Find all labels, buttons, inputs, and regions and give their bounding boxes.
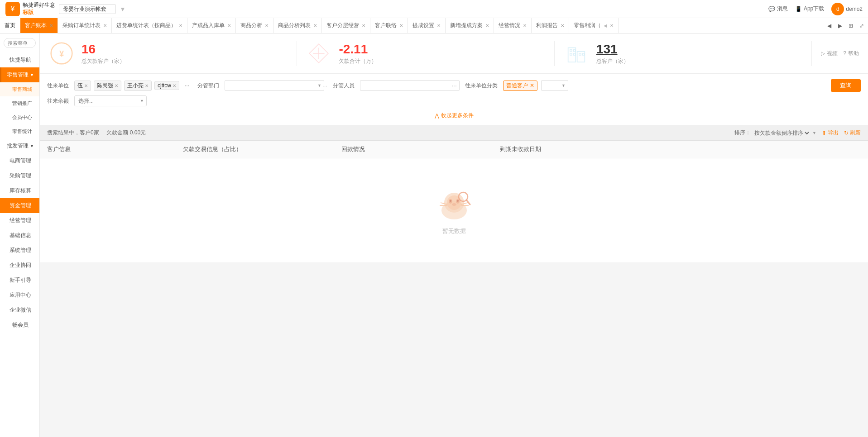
tab-close-icon[interactable]: ✕: [561, 23, 564, 28]
tab-product-stock[interactable]: 产成品入库单 ✕: [187, 18, 236, 33]
tab-new-raise[interactable]: 新增提成方案 ✕: [446, 18, 494, 33]
building-icon: [564, 41, 589, 66]
person-input[interactable]: [360, 80, 460, 91]
balance-select[interactable]: 选择...: [74, 95, 147, 106]
topbar-left: ¥ 畅捷通好生意 标版 母婴行业演示帐套 ▼: [5, 2, 126, 16]
sidebar-item-retail-stat[interactable]: 零售统计: [0, 124, 39, 138]
tab-purchase-stat[interactable]: 进货单统计表（按商品） ✕: [112, 18, 187, 33]
person-label: 分管人员: [333, 82, 355, 90]
video-button[interactable]: ▷ 视频: [821, 50, 838, 57]
tab-product-analysis-list[interactable]: 商品分析列表 ✕: [273, 18, 322, 33]
tab-close-icon[interactable]: ✕: [265, 23, 269, 28]
tab-close-icon[interactable]: ✕: [179, 23, 182, 28]
dept-select[interactable]: [225, 80, 324, 91]
tag-wang-close[interactable]: ✕: [145, 83, 149, 88]
sidebar-item-operation[interactable]: 经营管理: [0, 213, 39, 228]
export-button[interactable]: ⬆ 导出: [822, 129, 839, 137]
results-info: 搜索结果中，客户0家 欠款金额 0.00元: [47, 129, 146, 137]
sidebar-item-retail-mall[interactable]: 零售商城: [0, 82, 39, 96]
filter-row-1: 往来单位 伍 ✕ 陈民强 ✕ 王小亮 ✕ cjttcw: [47, 79, 861, 92]
sidebar-item-batch[interactable]: 批发管理 ▼: [0, 138, 39, 153]
demo-select[interactable]: 母婴行业演示帐套: [59, 4, 116, 14]
empty-text: 暂无数据: [442, 227, 466, 235]
sidebar-item-new-guide[interactable]: 新手引导: [0, 273, 39, 288]
tag-cj-close[interactable]: ✕: [173, 83, 176, 88]
tab-close-icon[interactable]: ✕: [103, 23, 107, 28]
sidebar-item-app-center[interactable]: 应用中心: [0, 288, 39, 303]
tab-profit[interactable]: 利润报告 ✕: [532, 18, 569, 33]
tab-scroll-left[interactable]: ◀: [825, 21, 834, 30]
tab-close-icon[interactable]: ✕: [523, 23, 527, 28]
tab-close-icon[interactable]: ✕: [437, 23, 441, 28]
tab-close-icon[interactable]: ✕: [399, 23, 403, 28]
refresh-icon: ↻: [844, 130, 849, 136]
tab-raise-settings[interactable]: 提成设置 ✕: [408, 18, 446, 33]
sidebar-item-marketing[interactable]: 营销推广: [0, 96, 39, 110]
tag-wu-close[interactable]: ✕: [84, 83, 88, 88]
tab-expand[interactable]: ⊞: [846, 21, 855, 30]
tab-operation[interactable]: 经营情况 ✕: [494, 18, 532, 33]
tab-close-icon[interactable]: ✕: [49, 23, 53, 28]
tab-close-icon[interactable]: ✕: [362, 23, 365, 28]
classify-tag-close[interactable]: ✕: [530, 82, 534, 89]
tab-close-icon[interactable]: ✕: [610, 23, 614, 28]
filter-bar: 往来单位 伍 ✕ 陈民强 ✕ 王小亮 ✕ cjttcw: [40, 74, 868, 125]
sidebar-item-member[interactable]: 会员中心: [0, 110, 39, 124]
collapse-icon: ⋀: [435, 113, 439, 119]
app-download-button[interactable]: 📱 App下载: [795, 5, 824, 13]
filter-tag-cj: cjttcw ✕: [154, 81, 179, 90]
sidebar-item-quick-nav[interactable]: 快捷导航: [0, 52, 39, 67]
sidebar-item-retail[interactable]: 零售管理 ▼: [0, 67, 39, 82]
empty-icon: [432, 185, 477, 222]
summary-info-1: 16 总欠款客户（家）: [82, 42, 125, 65]
sidebar: 快捷导航 零售管理 ▼ 零售商城 营销推广 会员中心 零售统计 批发管理 ▼ 电…: [0, 33, 40, 437]
help-button[interactable]: ? 帮助: [843, 50, 859, 57]
tab-customer-segment[interactable]: 客户分层经营 ✕: [322, 18, 370, 33]
summary-bar: ¥ 16 总欠款客户（家） -2.11: [40, 33, 868, 74]
message-button[interactable]: 💬 消息: [768, 5, 788, 13]
sidebar-search-area: [0, 33, 39, 52]
user-menu[interactable]: d demo2: [831, 3, 863, 15]
tab-scroll-right[interactable]: ▶: [835, 21, 844, 30]
filter-row-2: 往来余额 选择...: [47, 95, 861, 106]
tab-purchase-order[interactable]: 采购订单统计表 ✕: [58, 18, 112, 33]
sidebar-search-input[interactable]: [4, 38, 36, 48]
tab-fullscreen[interactable]: ⤢: [857, 21, 866, 30]
person-input-dots: ···: [451, 82, 457, 89]
sidebar-item-enterprise-coop[interactable]: 企业协同: [0, 258, 39, 273]
svg-rect-7: [570, 50, 572, 52]
sidebar-item-enterprise-wechat[interactable]: 企业微信: [0, 303, 39, 318]
tab-customer-contact[interactable]: 客户联络 ✕: [370, 18, 408, 33]
sidebar-item-pro-member[interactable]: 畅会员: [0, 318, 39, 332]
query-button[interactable]: 查询: [831, 79, 861, 92]
svg-rect-9: [570, 53, 572, 55]
summary-info-3: 131 总客户（家）: [596, 42, 629, 65]
sidebar-item-basic[interactable]: 基础信息: [0, 228, 39, 243]
sidebar-item-inventory[interactable]: 库存核算: [0, 183, 39, 198]
tag-chen-close[interactable]: ✕: [115, 83, 118, 88]
tab-product-analysis[interactable]: 商品分析 ✕: [236, 18, 273, 33]
tab-close-icon[interactable]: ✕: [485, 23, 489, 28]
collapse-row: ⋀ 收起更多条件: [47, 110, 861, 121]
refresh-button[interactable]: ↻ 刷新: [844, 129, 861, 137]
tab-close-icon[interactable]: ✕: [227, 23, 231, 28]
sidebar-item-finance[interactable]: 资金管理: [0, 198, 39, 213]
classify-select[interactable]: [541, 80, 568, 91]
collapse-button[interactable]: ⋀ 收起更多条件: [435, 112, 474, 119]
dropdown-icon: ▼: [120, 5, 126, 13]
table-header-customer: 客户信息: [47, 145, 183, 153]
table-header: 客户信息 欠款交易信息（占比） 回款情况 到期未收款日期: [40, 141, 868, 158]
sidebar-item-ecommerce[interactable]: 电商管理: [0, 153, 39, 168]
tab-retail-profit[interactable]: 零售利润（ ◀ ✕: [569, 18, 619, 33]
tab-home[interactable]: 首页: [0, 18, 20, 33]
sidebar-item-purchase[interactable]: 采购管理: [0, 168, 39, 183]
filter-tag-more[interactable]: ···: [182, 81, 192, 90]
tab-close-icon[interactable]: ✕: [313, 23, 317, 28]
tab-customer-ledger[interactable]: 客户账本 ✕: [20, 18, 58, 33]
dept-label: 分管部门: [197, 82, 219, 90]
chevron-icon-batch: ▼: [30, 144, 34, 148]
tab-customer-ledger-label: 客户账本: [25, 22, 47, 29]
sidebar-item-system[interactable]: 系统管理: [0, 243, 39, 258]
export-icon: ⬆: [822, 130, 826, 136]
sort-select[interactable]: 按欠款金额倒序排序: [753, 129, 810, 137]
